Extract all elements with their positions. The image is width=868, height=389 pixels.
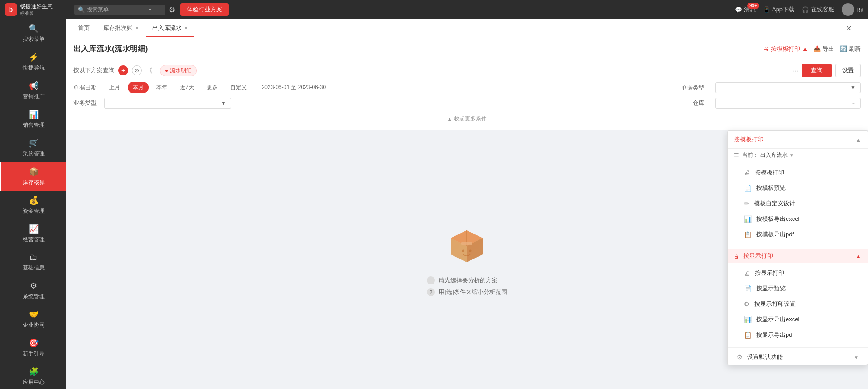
search-dropdown-arrow: ▼ xyxy=(148,7,152,12)
tab-in-out-flow[interactable]: 出入库流水 × xyxy=(146,20,194,37)
template-export-pdf-label: 按模板导出pdf xyxy=(756,230,794,239)
set-default-item[interactable]: ⚙ 设置默认功能 ▼ xyxy=(728,349,868,365)
empty-state-icon xyxy=(444,224,489,269)
app-download-button[interactable]: 📱 App下载 xyxy=(763,5,794,14)
filter-actions: 按以下方案查询 + ⊙ 《 xyxy=(73,65,153,75)
tab-in-out-flow-close[interactable]: × xyxy=(185,25,188,31)
tab-batch-account-label: 库存批次账 xyxy=(103,24,133,32)
business-type-arrow: ▼ xyxy=(221,100,226,106)
tab-batch-account-close[interactable]: × xyxy=(135,25,139,31)
warehouse-more-icon[interactable]: ··· xyxy=(851,100,856,106)
sidebar-item-marketing-label: 营销推广 xyxy=(23,93,45,100)
sidebar-item-guide[interactable]: 🎯 新手引导 xyxy=(0,334,66,362)
message-button[interactable]: 💬 消息 99+ xyxy=(735,5,756,14)
export-icon: 📤 xyxy=(813,45,821,52)
top-search-input[interactable] xyxy=(87,6,146,13)
print-template-button[interactable]: 🖨 按模板打印 ▲ xyxy=(763,45,808,53)
sidebar-item-enterprise[interactable]: 🤝 企业协同 xyxy=(0,305,66,334)
filter-row-2: 单据日期 上月 本月 本年 近7天 更多 自定义 2023-06-01 至 20… xyxy=(73,82,861,93)
scheme-settings-button[interactable]: ⊙ xyxy=(132,65,142,75)
tip-num-1: 1 xyxy=(427,276,435,284)
template-print-item[interactable]: 🖨 按模板打印 xyxy=(728,165,868,180)
query-button[interactable]: 查询 xyxy=(802,64,832,77)
sidebar-item-appstore-label: 应用中心 xyxy=(23,379,45,386)
display-section-collapse[interactable]: ▲ xyxy=(855,253,861,259)
display-print-item[interactable]: 🖨 按显示打印 xyxy=(728,265,868,281)
date-tag-group: 上月 本月 本年 近7天 更多 自定义 xyxy=(104,82,252,93)
display-preview-icon: 📄 xyxy=(744,285,752,292)
sidebar-item-inventory[interactable]: 📦 库存核算 xyxy=(0,162,66,191)
display-settings-icon: ⚙ xyxy=(744,300,750,308)
sidebar-item-purchase[interactable]: 🛒 采购管理 xyxy=(0,134,66,162)
sidebar-item-purchase-label: 采购管理 xyxy=(23,150,45,158)
inventory-icon: 📦 xyxy=(29,167,39,177)
display-preview-item[interactable]: 📄 按显示预览 xyxy=(728,281,868,296)
template-custom-item[interactable]: ✏ 模板自定义设计 xyxy=(728,196,868,211)
type-select[interactable]: ▼ xyxy=(715,82,861,93)
date-tag-7days[interactable]: 近7天 xyxy=(175,82,199,93)
display-excel-icon: 📊 xyxy=(744,316,752,323)
template-preview-icon: 📄 xyxy=(744,185,752,192)
sidebar-item-system-label: 系统管理 xyxy=(23,293,45,300)
online-service-button[interactable]: 🎧 在线客服 xyxy=(802,5,834,14)
display-export-pdf-item[interactable]: 📋 按显示导出pdf xyxy=(728,327,868,343)
template-export-excel-label: 按模板导出excel xyxy=(756,215,799,223)
scheme-tag[interactable]: ● 流水明细 xyxy=(160,65,197,76)
sidebar-item-marketing[interactable]: 📢 营销推广 xyxy=(0,76,66,105)
display-print-settings-item[interactable]: ⚙ 按显示打印设置 xyxy=(728,296,868,312)
business-type-select[interactable]: ▼ xyxy=(104,98,231,109)
user-area[interactable]: Rit xyxy=(842,3,863,16)
sidebar-item-search[interactable]: 🔍 搜索菜单 xyxy=(0,19,66,48)
date-tag-more[interactable]: 更多 xyxy=(202,82,223,93)
display-section-header[interactable]: 🖨 按显示打印 ▲ xyxy=(728,249,868,263)
warehouse-select[interactable]: ··· xyxy=(715,98,861,109)
sidebar-item-basic[interactable]: 🗂 基础信息 xyxy=(0,248,66,276)
tab-batch-account[interactable]: 库存批次账 × xyxy=(97,20,145,37)
tab-home-label: 首页 xyxy=(78,24,90,32)
display-export-excel-item[interactable]: 📊 按显示导出excel xyxy=(728,312,868,327)
settings-button[interactable]: 设置 xyxy=(835,64,861,77)
topbar-gear-icon[interactable]: ⚙ xyxy=(169,5,175,14)
more-options-icon[interactable]: ··· xyxy=(793,67,798,74)
sidebar-item-basic-label: 基础信息 xyxy=(23,264,45,272)
empty-tip-1: 1 请先选择要分析的方案 xyxy=(427,276,507,284)
template-export-pdf-item[interactable]: 📋 按模板导出pdf xyxy=(728,227,868,242)
template-export-excel-item[interactable]: 📊 按模板导出excel xyxy=(728,211,868,227)
date-tag-this-month[interactable]: 本月 xyxy=(128,82,149,93)
page-header: 出入库流水(流水明细) 🖨 按模板打印 ▲ 📤 导出 🔄 刷新 xyxy=(66,38,868,58)
tab-home[interactable]: 首页 xyxy=(71,20,96,37)
tabs-right-actions: ✕ ⛶ xyxy=(846,24,863,33)
add-scheme-button[interactable]: + xyxy=(118,65,128,75)
collapse-more-bar[interactable]: ▲ 收起更多条件 xyxy=(73,113,861,125)
print-label: 按模板打印 xyxy=(771,45,800,53)
empty-tip-2: 2 用[选]条件来缩小分析范围 xyxy=(427,288,507,296)
sidebar-item-finance[interactable]: 💰 资金管理 xyxy=(0,191,66,219)
date-tag-this-year[interactable]: 本年 xyxy=(151,82,172,93)
online-service-label: 在线客服 xyxy=(811,5,834,14)
refresh-button[interactable]: 🔄 刷新 xyxy=(840,45,861,53)
template-preview-item[interactable]: 📄 按模板预览 xyxy=(728,180,868,196)
version-label: 标准版 xyxy=(20,10,53,17)
message-badge: 99+ xyxy=(747,3,759,9)
dropdown-collapse-arrow[interactable]: ▲ xyxy=(855,136,861,143)
expand-page-button[interactable]: ⛶ xyxy=(855,25,863,33)
top-search-bar[interactable]: 🔍 ▼ xyxy=(74,5,165,15)
sidebar-item-sales[interactable]: 📊 销售管理 xyxy=(0,105,66,134)
print-dropdown-panel: 按模板打印 ▲ ☰ 当前： 出入库流水 ▼ 🖨 按模板打印 xyxy=(727,130,868,365)
date-tag-custom[interactable]: 自定义 xyxy=(225,82,252,93)
sidebar-item-quick-nav[interactable]: ⚡ 快捷导航 xyxy=(0,48,66,76)
date-tag-last-month[interactable]: 上月 xyxy=(104,82,125,93)
svg-point-7 xyxy=(469,249,472,252)
sidebar-item-appstore[interactable]: 🧩 应用中心 xyxy=(0,362,66,389)
filter-collapse-button[interactable]: 《 xyxy=(145,66,153,75)
set-default-icon: ⚙ xyxy=(737,354,743,361)
main-content: 1 请先选择要分析的方案 2 用[选]条件来缩小分析范围 按模板打印 ▲ xyxy=(66,130,868,389)
sidebar-item-system[interactable]: ⚙ 系统管理 xyxy=(0,276,66,305)
display-print-settings-label: 按显示打印设置 xyxy=(754,300,796,308)
export-button[interactable]: 📤 导出 xyxy=(813,45,834,53)
display-export-pdf-label: 按显示导出pdf xyxy=(756,331,794,339)
trial-button[interactable]: 体验行业方案 xyxy=(180,3,229,16)
close-page-button[interactable]: ✕ xyxy=(846,24,852,33)
sidebar-item-operations[interactable]: 📈 经营管理 xyxy=(0,219,66,248)
operations-icon: 📈 xyxy=(29,224,39,234)
